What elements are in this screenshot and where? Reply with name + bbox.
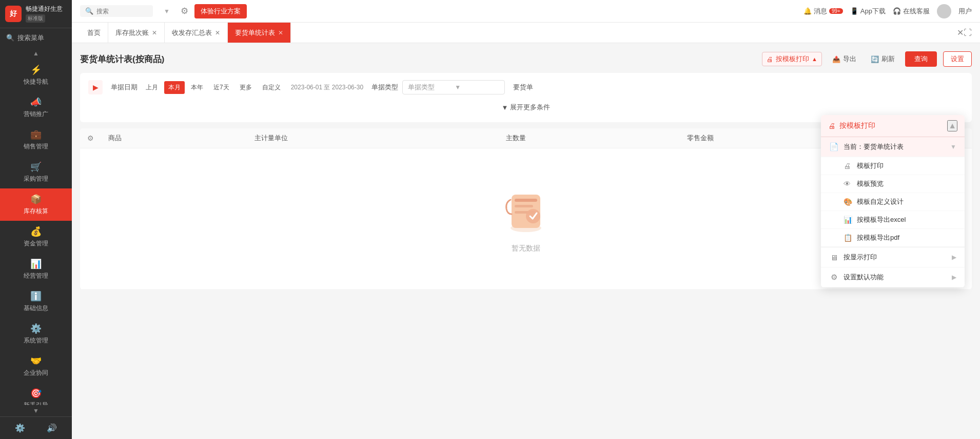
export-icon: 📤 — [832, 55, 840, 63]
date-filter: 单据日期 上月 本月 本年 近7天 更多 自定义 2023-06-01 至 20… — [111, 81, 363, 94]
sidebar-item-label: 库存核算 — [24, 207, 48, 216]
messages-btn[interactable]: 🔔 消息 99+ — [803, 7, 843, 16]
user-avatar[interactable] — [937, 4, 951, 18]
dropdown-printer-icon: 🖨 — [828, 122, 835, 130]
experience-btn[interactable]: 体验行业方案 — [194, 4, 247, 18]
print-template-label: 按模板打印 — [776, 54, 809, 64]
sidebar-item-label: 系统管理 — [24, 336, 48, 345]
tab-collection-summary[interactable]: 收发存汇总表 ✕ — [165, 23, 228, 43]
dropdown-template-print[interactable]: 🖨 模板打印 — [821, 157, 965, 175]
default-func-icon: ⚙ — [829, 273, 838, 282]
settings-icon[interactable]: ⚙️ — [15, 423, 25, 433]
search-icon: 🔍 — [6, 34, 14, 42]
refresh-label: 刷新 — [881, 54, 895, 64]
sidebar-bottom: ⚙️ 🔊 — [0, 416, 72, 439]
sidebar-item-enterprise[interactable]: 🤝 企业协同 — [0, 350, 72, 383]
empty-text: 暂无数据 — [512, 244, 540, 253]
topbar-search-box[interactable]: 🔍 — [80, 5, 153, 17]
dropdown-template-pdf[interactable]: 📋 按模板导出pdf — [821, 229, 965, 247]
sidebar-item-system[interactable]: ⚙️ 系统管理 — [0, 318, 72, 350]
dropdown-display-label: 按显示打印 — [844, 253, 877, 262]
sidebar-item-purchase[interactable]: 🛒 采购管理 — [0, 156, 72, 188]
filter-toggle-btn[interactable]: ▶ — [88, 80, 103, 94]
current-template-icon: 📄 — [829, 142, 838, 151]
dropdown-template-custom[interactable]: 🎨 模板自定义设计 — [821, 193, 965, 211]
tab-home[interactable]: 首页 — [80, 23, 108, 43]
scroll-up-btn[interactable]: ▲ — [0, 48, 72, 59]
sidebar-item-guide[interactable]: 🎯 新手引导 — [0, 383, 72, 405]
page-actions: 🖨 按模板打印 ▲ 📤 导出 🔄 刷新 查询 设置 — [762, 51, 972, 67]
refresh-icon: 🔄 — [871, 55, 879, 63]
query-btn[interactable]: 查询 — [905, 51, 937, 67]
topbar-search-input[interactable] — [96, 8, 148, 15]
scroll-down-btn[interactable]: ▼ — [0, 405, 72, 416]
expand-btn[interactable]: ▼ 展开更多条件 — [496, 100, 557, 115]
sidebar-item-label: 采购管理 — [24, 175, 48, 183]
dropdown-display-arrow: ▶ — [952, 254, 956, 261]
app-name: 畅捷通好生意 — [26, 5, 63, 13]
dropdown-arrow-icon[interactable]: ▼ — [164, 8, 170, 15]
logo-icon: 好 — [5, 6, 22, 22]
date-btn-this-month[interactable]: 本月 — [164, 81, 185, 94]
topbar-search-icon: 🔍 — [85, 7, 93, 15]
tab-inventory-batch[interactable]: 库存批次账 ✕ — [108, 23, 165, 43]
inventory-icon: 📦 — [30, 194, 42, 205]
sidebar-item-inventory[interactable]: 📦 库存核算 — [0, 188, 72, 221]
template-print-label: 模板打印 — [857, 161, 884, 170]
print-template-btn[interactable]: 🖨 按模板打印 ▲ — [762, 52, 822, 66]
refresh-btn[interactable]: 🔄 刷新 — [867, 52, 899, 66]
sidebar-item-marketing[interactable]: 📣 营销推广 — [0, 91, 72, 124]
col-header-qty: 主数量 — [499, 128, 680, 148]
page-header: 要货单统计表(按商品) 🖨 按模板打印 ▲ 📤 导出 🔄 刷新 查询 设置 — [80, 51, 972, 67]
date-btn-7days[interactable]: 近7天 — [209, 81, 233, 94]
settings-btn[interactable]: 设置 — [943, 51, 972, 67]
bell-icon: 🔔 — [803, 7, 812, 15]
gear-icon[interactable]: ⚙ — [181, 6, 188, 16]
select-arrow-icon: ▼ — [455, 84, 499, 91]
sidebar-item-label: 营销推广 — [24, 110, 48, 119]
svg-point-5 — [526, 209, 540, 223]
online-service-btn[interactable]: 🎧 在线客服 — [893, 7, 930, 16]
dropdown-title: 🖨 按模板打印 — [828, 121, 875, 130]
export-btn[interactable]: 📤 导出 — [828, 52, 860, 66]
sidebar-item-operation[interactable]: 📊 经营管理 — [0, 253, 72, 285]
sidebar-search[interactable]: 🔍 搜索菜单 — [0, 28, 72, 48]
tab-inventory-batch-close[interactable]: ✕ — [152, 29, 157, 36]
tab-order-stats-close[interactable]: ✕ — [278, 29, 283, 36]
dropdown-default-label: 设置默认功能 — [844, 273, 884, 282]
window-close-btn[interactable]: ✕ — [957, 28, 964, 37]
purchase-icon: 🛒 — [30, 161, 42, 173]
dropdown-default-arrow: ▶ — [952, 274, 956, 281]
dropdown-template-excel[interactable]: 📊 按模板导出excel — [821, 211, 965, 229]
template-custom-label: 模板自定义设计 — [857, 197, 904, 206]
order-source-filter: 要货单 — [513, 83, 533, 92]
tab-collection-summary-close[interactable]: ✕ — [215, 29, 220, 36]
tab-order-stats[interactable]: 要货单统计表 ✕ — [228, 23, 291, 43]
date-range-display: 2023-06-01 至 2023-06-30 — [291, 83, 363, 92]
empty-illustration — [500, 184, 552, 236]
sidebar-item-sales[interactable]: 💼 销售管理 — [0, 124, 72, 156]
dropdown-default-func[interactable]: ⚙ 设置默认功能 ▶ — [821, 268, 965, 288]
sidebar-item-quick-nav[interactable]: ⚡ 快捷导航 — [0, 59, 72, 91]
date-btn-custom[interactable]: 自定义 — [258, 81, 285, 94]
dropdown-close-btn[interactable]: ▲ — [947, 120, 957, 131]
sidebar-item-label: 新手引导 — [24, 401, 48, 405]
sidebar-item-finance[interactable]: 💰 资金管理 — [0, 221, 72, 253]
messages-label: 消息 — [814, 7, 827, 16]
expand-label: 展开更多条件 — [510, 103, 550, 112]
window-maximize-btn[interactable]: ⛶ — [964, 28, 972, 37]
date-btn-last-month[interactable]: 上月 — [142, 81, 162, 94]
dropdown-current-arrow: ▼ — [950, 143, 956, 150]
table-settings-icon[interactable]: ⚙ — [87, 134, 94, 142]
date-btn-this-year[interactable]: 本年 — [187, 81, 207, 94]
template-excel-label: 按模板导出excel — [857, 215, 906, 224]
date-btn-more[interactable]: 更多 — [236, 81, 256, 94]
dropdown-current-item[interactable]: 📄 当前：要货单统计表 ▼ — [821, 137, 965, 157]
bill-type-select[interactable]: 单据类型 ▼ — [402, 80, 505, 94]
page-content: 要货单统计表(按商品) 🖨 按模板打印 ▲ 📤 导出 🔄 刷新 查询 设置 — [72, 43, 980, 439]
dropdown-display-print[interactable]: 🖥 按显示打印 ▶ — [821, 247, 965, 268]
app-download-btn[interactable]: 📱 App下载 — [850, 7, 886, 16]
sound-icon[interactable]: 🔊 — [47, 423, 57, 433]
sidebar-item-basic[interactable]: ℹ️ 基础信息 — [0, 285, 72, 318]
dropdown-template-preview[interactable]: 👁 模板预览 — [821, 175, 965, 193]
